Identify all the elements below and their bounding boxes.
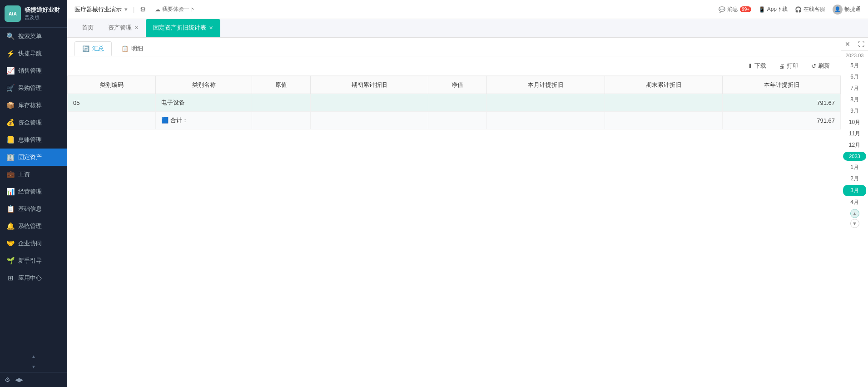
- subtab-summary-label: 汇总: [92, 45, 104, 53]
- sidebar-item-sales[interactable]: 📈销售管理: [0, 62, 67, 79]
- user-avatar: 👤: [833, 5, 843, 15]
- sidebar-item-inventory[interactable]: 📦库存核算: [0, 97, 67, 114]
- message-icon: 💬: [719, 6, 725, 13]
- online-service-label: 在线客服: [804, 5, 825, 13]
- tab-depreciation-close[interactable]: ✕: [209, 25, 213, 31]
- sidebar-item-payroll[interactable]: 💼工资: [0, 166, 67, 183]
- sidebar-label-operations: 经营管理: [18, 188, 42, 196]
- month-item-2023-2[interactable]: 2月: [841, 173, 868, 184]
- messages-btn[interactable]: 💬 消息 99+: [719, 5, 751, 13]
- sidebar-nav: 🔍搜索菜单⚡快捷导航📈销售管理🛒采购管理📦库存核算💰资金管理📒总账管理🏢固定资产…: [0, 28, 67, 351]
- tab-home-label: 首页: [82, 24, 94, 32]
- messages-label: 消息: [727, 5, 738, 13]
- tab-home[interactable]: 首页: [74, 19, 101, 37]
- sidebar-item-finance[interactable]: 💰资金管理: [0, 114, 67, 131]
- user-label: 畅捷通: [844, 5, 861, 13]
- sidebar-item-app-center[interactable]: ⊞应用中心: [0, 269, 67, 287]
- tab-asset-close[interactable]: ✕: [134, 25, 139, 31]
- sidebar-item-quick-nav[interactable]: ⚡快捷导航: [0, 45, 67, 62]
- month-item[interactable]: 12月: [841, 139, 868, 151]
- close-panel-icon[interactable]: ✕: [845, 40, 850, 48]
- print-label: 打印: [787, 62, 799, 70]
- total-label: 合计：: [170, 117, 188, 124]
- scroll-up[interactable]: ▲: [31, 352, 36, 361]
- year-badge-2023[interactable]: 2023: [843, 152, 866, 161]
- tab-depreciation[interactable]: 固定资产折旧统计表 ✕: [146, 19, 220, 37]
- month-item[interactable]: 10月: [841, 117, 868, 128]
- sidebar-item-fixed-assets[interactable]: 🏢固定资产: [0, 149, 67, 166]
- month-item[interactable]: 9月: [841, 105, 868, 117]
- tab-asset-label: 资产管理: [108, 24, 132, 32]
- user-btn[interactable]: 👤 畅捷通: [833, 5, 861, 15]
- total-net-value: [428, 112, 487, 129]
- basic-info-icon: 📋: [6, 205, 15, 213]
- topbar-settings-icon[interactable]: ⚙: [140, 5, 146, 14]
- subtab-detail-label: 明细: [131, 45, 143, 53]
- month-item[interactable]: 6月: [841, 71, 868, 83]
- panel-scroll-down[interactable]: ▼: [850, 219, 859, 228]
- col-period-accum: 期末累计折旧: [605, 76, 723, 94]
- sidebar-item-search[interactable]: 🔍搜索菜单: [0, 28, 67, 45]
- print-btn[interactable]: 🖨 打印: [775, 60, 802, 72]
- total-annual-depr: 791.67: [723, 112, 841, 129]
- month-item[interactable]: 5月: [841, 60, 868, 71]
- sidebar-item-collab[interactable]: 🤝企业协同: [0, 235, 67, 252]
- print-icon: 🖨: [779, 63, 785, 69]
- sidebar-settings-icon[interactable]: ⚙: [5, 376, 10, 383]
- sidebar-item-basic-info[interactable]: 📋基础信息: [0, 200, 67, 218]
- messages-badge: 99+: [740, 6, 751, 12]
- table-wrap: 类别编码 类别名称 原值 期初累计折旧 净值 本月计提折旧 期末累计折旧 本年计…: [67, 76, 841, 387]
- depreciation-table: 类别编码 类别名称 原值 期初累计折旧 净值 本月计提折旧 期末累计折旧 本年计…: [67, 76, 841, 129]
- app-title: 畅捷通好业财: [25, 6, 60, 14]
- month-item[interactable]: 11月: [841, 128, 868, 139]
- sidebar-label-finance: 资金管理: [18, 119, 42, 127]
- col-monthly-depr: 本月计提折旧: [486, 76, 605, 94]
- scroll-down[interactable]: ▼: [31, 362, 36, 371]
- month-item-2023-1[interactable]: 1月: [841, 162, 868, 173]
- topbar-right: 💬 消息 99+ 📱 App下载 🎧 在线客服 👤 畅捷通: [719, 5, 861, 15]
- inventory-icon: 📦: [6, 101, 15, 109]
- panel-scroll-up[interactable]: ▲: [850, 209, 859, 218]
- online-service-btn[interactable]: 🎧 在线客服: [795, 5, 825, 13]
- month-item-2023-4[interactable]: 4月: [841, 197, 868, 208]
- sidebar-item-purchase[interactable]: 🛒采购管理: [0, 79, 67, 97]
- refresh-btn[interactable]: ↺ 刷新: [808, 60, 833, 72]
- cell-initial-accum: [310, 94, 428, 112]
- company-selector[interactable]: 医疗器械行业演示 ▾: [74, 5, 128, 14]
- subtab-detail[interactable]: 📋 明细: [114, 41, 151, 56]
- sidebar-label-fixed-assets: 固定资产: [18, 153, 42, 161]
- guide-icon: 🌱: [6, 257, 15, 265]
- cell-code: 05: [68, 94, 156, 112]
- cell-name: 电子设备: [156, 94, 252, 112]
- expand-panel-icon[interactable]: ⛶: [858, 40, 864, 48]
- finance-icon: 💰: [6, 119, 15, 127]
- headset-icon: 🎧: [795, 6, 802, 13]
- col-name: 类别名称: [156, 76, 252, 94]
- sidebar-label-collab: 企业协同: [18, 239, 42, 248]
- sidebar-label-guide: 新手引导: [18, 257, 42, 265]
- sidebar-item-sys-mgmt[interactable]: 🔔系统管理: [0, 218, 67, 235]
- sidebar-collapse-icon[interactable]: ◀▶: [15, 377, 23, 383]
- current-period-label: 2023.03: [841, 51, 868, 60]
- refresh-label: 刷新: [818, 62, 830, 70]
- sidebar-item-guide[interactable]: 🌱新手引导: [0, 252, 67, 269]
- subtab-summary[interactable]: 🔄 汇总: [74, 41, 112, 56]
- quick-nav-icon: ⚡: [6, 50, 15, 58]
- experience-btn[interactable]: ☁ 我要体验一下: [155, 5, 195, 13]
- topbar-sep1: |: [133, 6, 134, 13]
- month-item-2023-3[interactable]: 3月: [843, 185, 866, 196]
- app-download-btn[interactable]: 📱 App下载: [759, 5, 788, 13]
- month-item[interactable]: 7月: [841, 83, 868, 94]
- download-btn[interactable]: ⬇ 下载: [744, 60, 770, 72]
- sidebar-label-quick-nav: 快捷导航: [18, 50, 42, 58]
- tab-asset-mgmt[interactable]: 资产管理 ✕: [101, 19, 146, 37]
- month-item[interactable]: 8月: [841, 94, 868, 105]
- col-annual-depr: 本年计提折旧: [723, 76, 841, 94]
- sidebar-item-operations[interactable]: 📊经营管理: [0, 183, 67, 200]
- app-logo: AtA: [5, 5, 21, 22]
- sidebar-footer: ⚙ ◀▶: [0, 372, 67, 387]
- col-original: 原值: [252, 76, 310, 94]
- sidebar-item-ledger[interactable]: 📒总账管理: [0, 131, 67, 149]
- right-panel: ✕ ⛶ 2023.03 5月6月7月8月9月10月11月12月20231月2月3…: [841, 38, 868, 387]
- sales-icon: 📈: [6, 67, 15, 75]
